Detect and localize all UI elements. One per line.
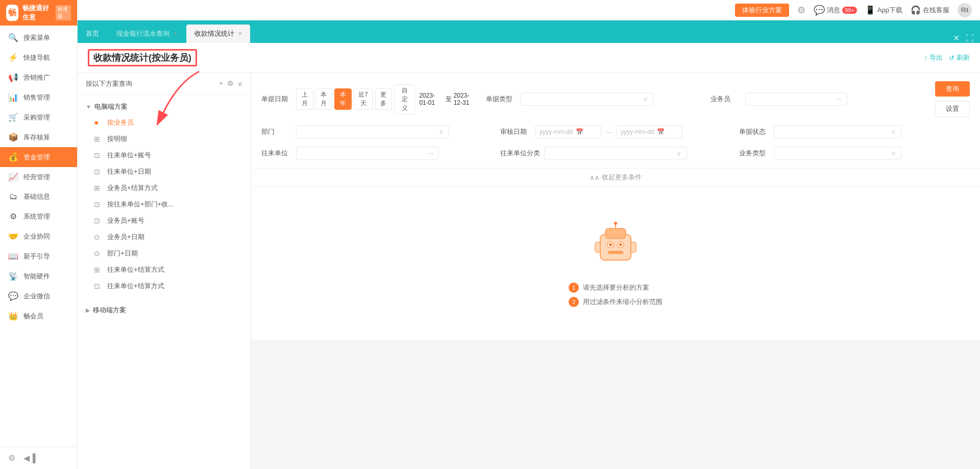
scheme-item-dept-date[interactable]: ⊙ 部门+日期 (78, 245, 251, 262)
scheme-item-unit-settlement1[interactable]: ⊞ 往来单位+结算方式 (78, 262, 251, 278)
scheme-group-mobile-title[interactable]: ▶ 移动端方案 (78, 302, 251, 318)
search-icon: 🔍 (8, 33, 18, 42)
guide-icon: 📖 (8, 251, 18, 261)
marketing-icon: 📢 (8, 73, 18, 82)
export-button[interactable]: ↑ 导出 (924, 53, 943, 62)
export-icon: ↑ (924, 54, 928, 62)
shortcut-more[interactable]: 更多 (375, 88, 393, 110)
wechat-icon: 💬 (8, 291, 18, 301)
review-date-to[interactable]: yyyy-mm-dd 📅 (616, 125, 682, 138)
counterpart-field-group: 往来单位 ··· (261, 147, 492, 160)
settings-bottom-icon[interactable]: ⚙ (8, 453, 15, 463)
gear-icon[interactable]: ⚙ (797, 5, 805, 16)
collapse-sidebar-icon[interactable]: ◀▐ (23, 453, 35, 463)
trial-button[interactable]: 体验行业方案 (735, 4, 789, 17)
message-icon[interactable]: 💬 消息 99+ (814, 5, 857, 16)
svg-rect-9 (595, 242, 600, 252)
top-bar-right: 体验行业方案 ⚙ 💬 消息 99+ 📱 App下载 🎧 在线客服 Rit (735, 3, 972, 17)
query-row-2: 部门 ∨ 审核日期 yyyy-mm-dd 📅 (261, 125, 970, 138)
scheme-group-desktop: ▼ 电脑端方案 ● 按业务员 ⊞ 按明细 ⊡ 往来单位+账号 (78, 95, 251, 298)
sidebar-item-search[interactable]: 🔍 搜索菜单 (0, 28, 77, 48)
tab-close-all-icon[interactable]: ✕ (953, 33, 960, 43)
scheme-setting-icon[interactable]: ⚙ (227, 79, 234, 88)
sidebar-item-member[interactable]: 👑 畅会员 (0, 306, 77, 326)
sidebar-item-purchase[interactable]: 🛒 采购管理 (0, 107, 77, 127)
counterpart-select[interactable]: ··· (296, 147, 439, 160)
tab-bank[interactable]: 现金银行流水查询 × (108, 25, 185, 43)
empty-illustration (590, 219, 641, 270)
sidebar-item-operations[interactable]: 📈 经营管理 (0, 167, 77, 187)
scheme-item-salesperson-date[interactable]: ⊙ 业务员+日期 (78, 229, 251, 245)
user-avatar[interactable]: Rit (958, 3, 972, 17)
shortcut-last-month[interactable]: 上月 (296, 88, 313, 110)
tab-bank-close[interactable]: × (174, 30, 177, 37)
review-date-from[interactable]: yyyy-mm-dd 📅 (535, 125, 601, 138)
scheme-item-salesperson-settlement[interactable]: ⊞ 业务员+结算方式 (78, 180, 251, 196)
dept-select[interactable]: ∨ (296, 125, 449, 138)
doc-type-select[interactable]: ∨ (521, 92, 653, 106)
scheme-group-mobile: ▶ 移动端方案 (78, 298, 251, 322)
counterpart-category-select[interactable]: ∨ (544, 147, 687, 160)
salesperson-select[interactable]: ··· (745, 92, 847, 106)
sidebar-item-sales[interactable]: 📊 销售管理 (0, 87, 77, 107)
scheme-item-salesperson-account[interactable]: ⊡ 业务员+账号 (78, 213, 251, 229)
svg-rect-1 (605, 228, 626, 239)
sidebar-item-enterprise[interactable]: 🤝 企业协同 (0, 226, 77, 246)
online-service[interactable]: 🎧 在线客服 (911, 5, 949, 15)
sidebar-item-basic[interactable]: 🗂 基础信息 (0, 187, 77, 206)
shortcut-custom[interactable]: 自定义 (394, 84, 415, 114)
sidebar-item-inventory[interactable]: 📦 库存核算 (0, 127, 77, 147)
scheme-item-unit-settlement2[interactable]: ⊡ 往来单位+结算方式 (78, 278, 251, 294)
scheme-item-by-detail[interactable]: ⊞ 按明细 (78, 131, 251, 147)
date-field-label: 单据日期 (261, 95, 292, 104)
doc-status-select[interactable]: ∨ (774, 125, 901, 138)
svg-rect-10 (631, 242, 636, 252)
date-to: 2023-12-31 (454, 92, 478, 106)
scheme-item-unit-settlement1-icon: ⊞ (94, 266, 103, 274)
date-field-group: 单据日期 上月 本月 本年 近7天 更多 自定义 2023-01-01 (261, 84, 478, 114)
collapse-icon: ∧∧ (590, 174, 600, 181)
scheme-item-unit-date[interactable]: ⊡ 往来单位+日期 (78, 163, 251, 180)
doc-status-field-group: 单据状态 ∨ (739, 125, 970, 138)
settings-button[interactable]: 设置 (935, 101, 970, 117)
collapse-button[interactable]: ∧∧ 收起更多条件 (590, 173, 642, 182)
tab-home[interactable]: 首页 (78, 25, 107, 43)
tab-maximize-icon[interactable]: ⛶ (966, 34, 974, 43)
query-area: 单据日期 上月 本月 本年 近7天 更多 自定义 2023-01-01 (251, 73, 980, 469)
sidebar-item-wechat[interactable]: 💬 企业微信 (0, 286, 77, 306)
sidebar-item-system[interactable]: ⚙ 系统管理 (0, 206, 77, 226)
sidebar: 畅 畅捷通好生意 标准版 🔍 搜索菜单 ⚡ 快捷导航 📢 营销推广 📊 销售管理… (0, 0, 78, 469)
shortcut-this-year[interactable]: 本年 (334, 88, 352, 110)
biz-type-select[interactable]: ∨ (774, 147, 901, 160)
scheme-collapse-icon[interactable]: « (238, 79, 242, 88)
tab-receipt[interactable]: 收款情况统计 × (186, 25, 250, 43)
sidebar-item-guide[interactable]: 📖 新手引导 (0, 246, 77, 266)
message-badge: 99+ (842, 7, 857, 14)
calendar-from-icon: 📅 (576, 128, 583, 135)
sidebar-item-marketing[interactable]: 📢 营销推广 (0, 67, 77, 87)
sidebar-item-quick[interactable]: ⚡ 快捷导航 (0, 48, 77, 67)
shortcut-this-month[interactable]: 本月 (315, 88, 333, 110)
date-range: 2023-01-01 至 2023-12-31 (419, 92, 478, 106)
sidebar-item-iot[interactable]: 📡 智能硬件 (0, 266, 77, 286)
empty-step-1: 1 请先选择要分析的方案 (569, 283, 663, 293)
app-download[interactable]: 📱 App下载 (865, 5, 902, 15)
counterpart-category-label: 往来单位分类 (500, 149, 540, 158)
refresh-button[interactable]: ↺ 刷新 (949, 53, 970, 62)
tab-receipt-close[interactable]: × (238, 30, 242, 37)
empty-step-2: 2 用过滤条件来缩小分析范围 (569, 297, 663, 307)
salesperson-field-group: 业务员 ··· (710, 92, 927, 106)
scheme-item-by-salesperson[interactable]: ● 按业务员 (78, 114, 251, 131)
scheme-item-unit-account[interactable]: ⊡ 往来单位+账号 (78, 147, 251, 163)
scheme-item-unit-dept-recv[interactable]: ⊡ 按往来单位+部门+收... (78, 196, 251, 213)
iot-icon: 📡 (8, 271, 18, 281)
scheme-header-label: 按以下方案查询 (86, 79, 132, 88)
scheme-item-dept-date-icon: ⊙ (94, 249, 103, 257)
sidebar-item-finance[interactable]: 💰 资金管理 (0, 147, 77, 167)
salesperson-label: 业务员 (710, 95, 741, 104)
scheme-group-desktop-title[interactable]: ▼ 电脑端方案 (78, 99, 251, 114)
scheme-sidebar: 按以下方案查询 + ⚙ « ▼ 电脑端方案 ● (78, 73, 251, 469)
shortcut-last7[interactable]: 近7天 (354, 88, 373, 110)
query-button[interactable]: 查询 (935, 81, 970, 97)
scheme-add-icon[interactable]: + (219, 79, 223, 88)
